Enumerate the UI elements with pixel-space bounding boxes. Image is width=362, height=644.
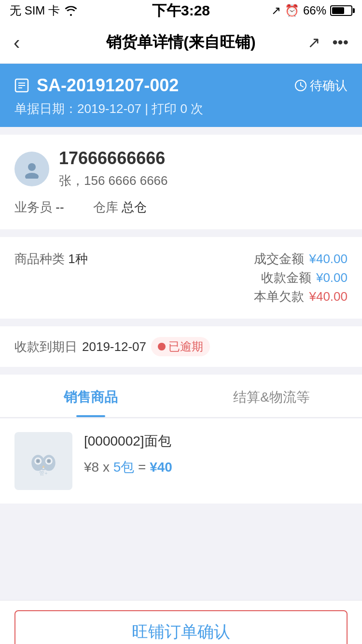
svg-point-16: [48, 460, 50, 462]
customer-name-detail: 张，156 6666 6666: [59, 172, 168, 189]
page-title: 销货单详情(来自旺铺): [106, 32, 255, 53]
share-icon[interactable]: ↗︎: [307, 33, 320, 52]
document-icon: [14, 78, 32, 93]
status-bar-left: 无 SIM 卡: [10, 3, 78, 18]
tab-products[interactable]: 销售商品: [0, 375, 181, 417]
due-date-section: 收款到期日 2019-12-07 已逾期: [0, 326, 362, 367]
bottom-bar: 旺铺订单确认: [0, 600, 362, 644]
product-count-value: 1种: [68, 252, 87, 266]
customer-info: 17666666666 张，156 6666 6666: [59, 148, 168, 189]
order-date: 单据日期：2019-12-07 | 打印 0 次: [14, 100, 348, 117]
price-base: ¥8 x: [84, 460, 113, 475]
carrier-label: 无 SIM 卡: [10, 3, 60, 18]
product-info: [0000002]面包 ¥8 x 5包 = ¥40: [84, 432, 348, 476]
stats-right: 成交金额 ¥40.00 收款金额 ¥0.00 本单欠款 ¥40.00: [254, 251, 348, 305]
alarm-icon: ⏰: [285, 4, 299, 17]
tab-settlement[interactable]: 结算&物流等: [181, 375, 362, 417]
order-header-card: SA-20191207-002 待确认 单据日期：2019-12-07 | 打印…: [0, 64, 362, 127]
content-spacer: [0, 504, 362, 600]
balance-due-label: 本单欠款: [254, 288, 304, 305]
back-button[interactable]: ‹: [14, 33, 20, 52]
customer-top: 17666666666 张，156 6666 6666: [14, 148, 348, 189]
svg-point-8: [25, 173, 39, 179]
balance-due-row: 本单欠款 ¥40.00: [254, 288, 348, 305]
svg-text:管+: 管+: [39, 470, 47, 476]
svg-line-6: [301, 85, 303, 87]
product-price: ¥8 x 5包 = ¥40: [84, 458, 348, 476]
price-total: ¥40: [150, 460, 172, 475]
deal-amount-row: 成交金额 ¥40.00: [254, 251, 348, 267]
product-count-label: 商品种类: [14, 252, 65, 266]
stats-section: 商品种类 1种 成交金额 ¥40.00 收款金额 ¥0.00 本单欠款 ¥40.…: [0, 237, 362, 319]
location-icon: ↗: [271, 4, 281, 17]
deal-amount-value: ¥40.00: [309, 252, 348, 266]
tabs-section: 销售商品 结算&物流等: [0, 375, 362, 418]
nav-actions: ↗︎ •••: [307, 33, 348, 52]
battery-icon: [330, 5, 352, 16]
product-section: 管+ [0000002]面包 ¥8 x 5包 = ¥40: [0, 419, 362, 504]
customer-section: 17666666666 张，156 6666 6666 业务员 -- 仓库 总仓: [0, 135, 362, 229]
product-image: 管+: [24, 447, 63, 476]
balance-due-value: ¥40.00: [309, 289, 348, 304]
product-item: 管+ [0000002]面包 ¥8 x 5包 = ¥40: [14, 432, 348, 490]
confirm-order-button[interactable]: 旺铺订单确认: [14, 610, 348, 644]
deal-amount-label: 成交金额: [254, 251, 304, 267]
battery-fill: [332, 7, 344, 14]
due-date-label: 收款到期日: [14, 338, 77, 355]
clock-icon: [294, 79, 307, 92]
svg-point-15: [37, 460, 40, 462]
warehouse-label: 仓库: [93, 200, 118, 214]
nav-bar: ‹ 销货单详情(来自旺铺) ↗︎ •••: [0, 21, 362, 64]
svg-point-7: [28, 163, 36, 171]
receipt-amount-row: 收款金额 ¥0.00: [261, 269, 348, 286]
salesperson-item: 业务员 --: [14, 199, 64, 216]
customer-meta: 业务员 -- 仓库 总仓: [14, 197, 348, 216]
avatar: [14, 152, 49, 186]
wifi-icon: [64, 5, 78, 16]
status-bar-time: 下午3:28: [152, 1, 210, 21]
warehouse-item: 仓库 总仓: [93, 199, 147, 216]
product-thumbnail: 管+: [14, 432, 72, 490]
stats-left: 商品种类 1种: [14, 251, 254, 305]
product-count-item: 商品种类 1种: [14, 251, 254, 267]
salesperson-label: 业务员: [14, 200, 52, 214]
customer-phone: 17666666666: [59, 148, 168, 168]
salesperson-value: --: [56, 200, 64, 214]
equals-sign: =: [134, 460, 150, 475]
warehouse-value: 总仓: [122, 200, 147, 214]
overdue-dot-icon: [158, 343, 166, 350]
status-bar: 无 SIM 卡 下午3:28 ↗ ⏰ 66%: [0, 0, 362, 21]
overdue-label: 已逾期: [168, 339, 203, 354]
order-header-top: SA-20191207-002 待确认: [14, 75, 348, 96]
due-date-value: 2019-12-07: [82, 339, 146, 354]
more-icon[interactable]: •••: [332, 33, 348, 51]
battery-percent: 66%: [303, 4, 326, 17]
receipt-amount-value: ¥0.00: [316, 270, 348, 285]
status-bar-right: ↗ ⏰ 66%: [271, 4, 352, 17]
order-id: SA-20191207-002: [14, 75, 179, 96]
quantity-value: 5包: [113, 460, 135, 475]
overdue-badge: 已逾期: [151, 337, 210, 356]
order-status: 待确认: [294, 77, 348, 94]
receipt-amount-label: 收款金额: [261, 269, 311, 286]
product-name: [0000002]面包: [84, 432, 348, 450]
